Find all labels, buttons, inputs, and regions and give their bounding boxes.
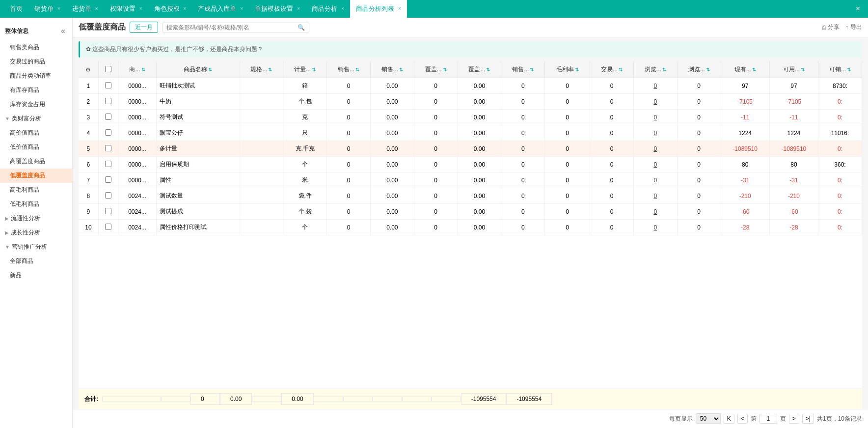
col-spec[interactable]: 规格...⇅ [240,61,283,78]
first-page-button[interactable]: K [724,414,734,424]
col-gross-rate[interactable]: 毛利率⇅ [545,61,590,78]
col-sellable[interactable]: 可销...⇅ [818,61,862,78]
close-icon[interactable]: × [139,0,142,18]
close-icon[interactable]: × [95,0,98,18]
col-settings[interactable]: ⚙ [79,61,98,78]
cell-checkbox[interactable] [98,141,118,157]
col-current-stock[interactable]: 现有...⇅ [721,61,769,78]
nav-product-analysis[interactable]: 商品分析 × [306,0,350,18]
sidebar-item-all-goods[interactable]: 全部商品 [0,254,72,268]
close-icon[interactable]: × [57,0,60,18]
col-available[interactable]: 可用...⇅ [769,61,818,78]
export-button[interactable]: ↑ 导出 [845,23,862,31]
cell-browse1[interactable]: 0 [633,94,677,110]
col-code[interactable]: 商...⇅ [118,61,156,78]
last-page-button[interactable]: >| [802,414,814,424]
prev-page-button[interactable]: < [737,414,748,424]
sidebar-section-quality[interactable]: ▼ 类财富分析 [0,112,72,126]
nav-finished-goods[interactable]: 产成品入库单 × [192,0,249,18]
page-input[interactable] [760,414,777,424]
sidebar-item-sales-goods[interactable]: 销售类商品 [0,40,72,55]
page-title: 低覆盖度商品 [79,22,126,32]
data-table-wrapper[interactable]: ⚙ 商...⇅ 商品名称⇅ 规格...⇅ 计量...⇅ 销售...⇅ 销售...… [79,61,862,389]
col-sales-amt[interactable]: 销售...⇅ [370,61,414,78]
close-icon[interactable]: × [240,0,243,18]
close-icon[interactable]: × [341,0,344,18]
close-icon[interactable]: × [297,0,300,18]
collapse-icon[interactable]: « [59,25,67,37]
cell-browse1[interactable]: 0 [633,78,677,94]
next-page-button[interactable]: > [789,414,799,424]
sidebar-item-high-margin[interactable]: 高毛利商品 [0,183,72,197]
sidebar-section-growth[interactable]: ▶ 成长性分析 [0,226,72,240]
cell-checkbox[interactable] [98,157,118,172]
cell-browse1[interactable]: 0 [633,110,677,125]
cell-sellable: 11016: [818,125,862,141]
cell-cover2: 0.00 [458,220,501,235]
cell-checkbox[interactable] [98,94,118,110]
cell-browse1[interactable]: 0 [633,141,677,157]
sidebar-overview-header[interactable]: 整体信息 « [0,22,72,40]
col-sales-qty[interactable]: 销售...⇅ [327,61,371,78]
nav-role-auth[interactable]: 角色授权 × [148,0,192,18]
sidebar-section-marketing[interactable]: ▼ 营销推广分析 [0,240,72,254]
cell-trade-cnt: 0 [590,110,634,125]
col-trade-cnt[interactable]: 交易...⇅ [590,61,634,78]
summary-cover2: 0.00 [281,393,313,405]
sidebar-item-new-goods[interactable]: 新品 [0,268,72,283]
cell-unit: 个 [283,157,327,172]
time-filter-button[interactable]: 近一月 [130,22,158,33]
window-close-button[interactable]: × [852,4,864,13]
sidebar-item-high-value[interactable]: 高价值商品 [0,126,72,140]
cell-browse1[interactable]: 0 [633,204,677,220]
sidebar-section-flow[interactable]: ▶ 流通性分析 [0,211,72,226]
cell-sales-amt: 0.00 [370,94,414,110]
nav-product-analysis-list[interactable]: 商品分析列表 × [350,0,407,18]
col-browse2[interactable]: 浏览...⇅ [677,61,721,78]
cell-sales-cnt: 0 [501,125,545,141]
cell-checkbox[interactable] [98,78,118,94]
sidebar-item-high-coverage[interactable]: 高覆盖度商品 [0,154,72,169]
col-coverage2[interactable]: 覆盖...⇅ [458,61,501,78]
search-icon[interactable]: 🔍 [298,24,305,31]
cell-browse1[interactable]: 0 [633,172,677,188]
nav-sales-order[interactable]: 销货单 × [28,0,66,18]
page-size-select[interactable]: 50 100 [696,413,721,424]
cell-checkbox[interactable] [98,204,118,220]
cell-checkbox[interactable] [98,125,118,141]
cell-sales-cnt: 0 [501,204,545,220]
sidebar-item-in-stock-goods[interactable]: 有库存商品 [0,83,72,97]
nav-permissions[interactable]: 权限设置 × [104,0,148,18]
sidebar-item-category-sales-rate[interactable]: 商品分类动销率 [0,69,72,83]
sidebar-item-traded-goods[interactable]: 交易过的商品 [0,55,72,69]
sidebar-item-low-margin[interactable]: 低毛利商品 [0,197,72,211]
col-checkbox[interactable] [98,61,118,78]
nav-template-settings[interactable]: 单据模板设置 × [249,0,306,18]
cell-browse1[interactable]: 0 [633,188,677,204]
cell-checkbox[interactable] [98,220,118,235]
cell-browse1[interactable]: 0 [633,220,677,235]
cell-checkbox[interactable] [98,172,118,188]
col-browse1[interactable]: 浏览...⇅ [633,61,677,78]
col-unit[interactable]: 计量...⇅ [283,61,327,78]
nav-home[interactable]: 首页 [4,0,28,18]
close-icon[interactable]: × [184,0,187,18]
col-sales-cnt[interactable]: 销售...⇅ [501,61,545,78]
select-all-checkbox[interactable] [105,66,111,72]
search-input[interactable] [166,24,298,31]
cell-browse1[interactable]: 0 [633,157,677,172]
sidebar-item-capital-occupation[interactable]: 库存资金占用 [0,97,72,112]
close-icon[interactable]: × [398,0,401,18]
cell-browse1[interactable]: 0 [633,125,677,141]
cell-available: -31 [769,172,818,188]
sidebar-item-low-coverage[interactable]: 低覆盖度商品 [0,169,72,183]
col-coverage1[interactable]: 覆盖...⇅ [414,61,458,78]
sidebar-item-low-value[interactable]: 低价值商品 [0,140,72,154]
nav-purchase-order[interactable]: 进货单 × [66,0,104,18]
share-button[interactable]: ⎙ 分享 [822,23,840,31]
cell-checkbox[interactable] [98,110,118,125]
col-name[interactable]: 商品名称⇅ [156,61,240,78]
cell-name: 符号测试 [156,110,240,125]
cell-checkbox[interactable] [98,188,118,204]
chevron-right-icon: ▶ [5,216,9,221]
